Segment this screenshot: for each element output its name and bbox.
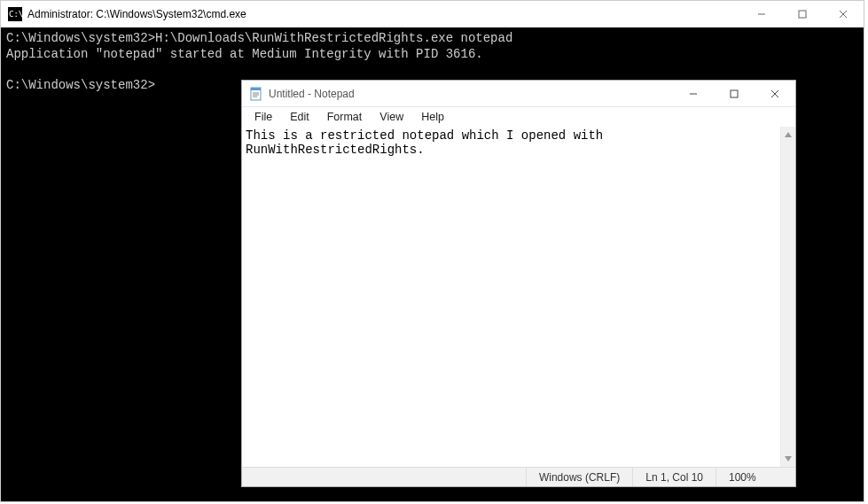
notepad-maximize-button[interactable] xyxy=(714,81,755,106)
cmd-maximize-button[interactable] xyxy=(782,1,823,27)
cmd-output-line: Application "notepad" started at Medium … xyxy=(6,47,483,61)
cmd-titlebar[interactable]: C:\ Administrator: C:\Windows\System32\c… xyxy=(1,1,864,27)
menu-help[interactable]: Help xyxy=(412,109,453,125)
notepad-window-title: Untitled - Notepad xyxy=(269,88,673,100)
svg-marker-16 xyxy=(785,456,792,461)
svg-rect-3 xyxy=(799,11,806,18)
status-cursor-position: Ln 1, Col 10 xyxy=(632,468,716,486)
svg-marker-15 xyxy=(785,132,792,137)
scroll-down-icon[interactable] xyxy=(785,453,792,465)
menu-file[interactable]: File xyxy=(246,109,281,125)
notepad-titlebar[interactable]: Untitled - Notepad xyxy=(242,81,795,107)
menu-edit[interactable]: Edit xyxy=(281,109,318,125)
cmd-output-line: C:\Windows\system32>H:\Downloads\RunWith… xyxy=(6,31,512,45)
notepad-icon xyxy=(249,87,263,101)
svg-rect-7 xyxy=(251,88,261,90)
notepad-statusbar: Windows (CRLF) Ln 1, Col 10 100% xyxy=(242,467,795,486)
status-zoom: 100% xyxy=(716,468,795,486)
svg-rect-12 xyxy=(731,90,738,97)
notepad-close-button[interactable] xyxy=(755,81,795,106)
cmd-prompt: C:\Windows\system32> xyxy=(6,78,155,92)
cmd-minimize-button[interactable] xyxy=(741,1,782,27)
menu-view[interactable]: View xyxy=(371,109,412,125)
scroll-up-icon[interactable] xyxy=(785,128,792,141)
cmd-window-title: Administrator: C:\Windows\System32\cmd.e… xyxy=(27,8,741,20)
notepad-vertical-scrollbar[interactable] xyxy=(780,127,795,467)
cmd-window-controls xyxy=(741,1,864,27)
notepad-textarea[interactable]: This is a restricted notepad which I ope… xyxy=(242,127,780,467)
svg-text:C:\: C:\ xyxy=(9,10,22,19)
notepad-menubar: File Edit Format View Help xyxy=(242,107,795,127)
status-encoding: Windows (CRLF) xyxy=(526,468,632,486)
cmd-icon: C:\ xyxy=(8,7,22,21)
menu-format[interactable]: Format xyxy=(318,109,371,125)
cmd-close-button[interactable] xyxy=(823,1,864,27)
notepad-editor-wrap: This is a restricted notepad which I ope… xyxy=(242,127,795,467)
statusbar-spacer xyxy=(242,468,526,486)
notepad-window-controls xyxy=(673,81,795,106)
notepad-window: Untitled - Notepad File Edit Format View… xyxy=(241,80,796,487)
notepad-minimize-button[interactable] xyxy=(673,81,714,106)
